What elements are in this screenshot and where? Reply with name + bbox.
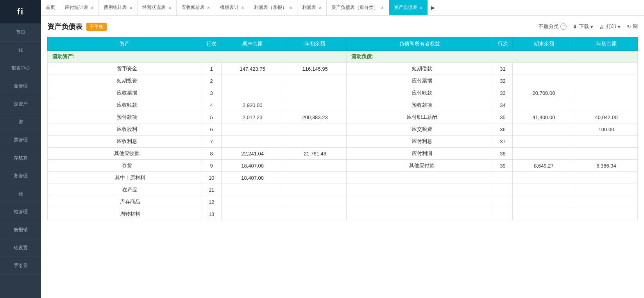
cell-left-rownum: 6 [202, 123, 221, 136]
cell-right-beg [575, 136, 638, 148]
cell-right-label: 预收款项 [346, 99, 493, 111]
sidebar-item-home[interactable]: 首页 [0, 23, 41, 41]
sidebar-item-fixed-assets[interactable]: 定资产 [0, 95, 41, 113]
tab-close-profit[interactable]: × [318, 5, 322, 11]
cell-left-label: 库存商品 [48, 196, 202, 208]
refresh-icon: ↻ [627, 24, 631, 30]
cell-right-label: 应付利润 [346, 148, 493, 160]
cell-left-label: 其中：原材料 [48, 172, 202, 184]
cell-left-label: 其他应收款 [48, 148, 202, 160]
section-right-current-liabilities: 流动负债: [346, 51, 637, 63]
cell-left-beg [284, 196, 346, 208]
cell-right-end: 41,400.00 [513, 111, 575, 123]
tab-profit-quarterly[interactable]: 利润表（季报） × [249, 0, 297, 16]
header-actions: 不重分类 ? ⬇ 下载 ▾ 🖨 打印 ▾ ↻ 刷 [538, 23, 638, 30]
cell-right-label: 其他应付款 [346, 160, 493, 172]
cell-left-beg: 200,383.23 [284, 111, 346, 123]
tab-close-profit-quarterly[interactable]: × [289, 5, 292, 11]
section-left-current-assets: 流动资产: [48, 51, 347, 63]
th-beg-balance-left: 年初余额 [284, 37, 346, 51]
tab-close-balance[interactable]: × [420, 5, 423, 11]
sidebar-item-asset[interactable]: 资 [0, 113, 41, 131]
cell-left-beg [284, 87, 346, 99]
sidebar-item-task-management[interactable]: 务管理 [0, 167, 41, 185]
cell-right-rownum: 33 [493, 87, 513, 99]
sidebar-item-guide[interactable]: 手引导 [0, 257, 41, 275]
tab-receivable-aging[interactable]: 应收账龄表 × [177, 0, 215, 16]
table-row: 短期投资 2 应付票据 32 [48, 75, 638, 87]
tab-profit[interactable]: 利润表 × [297, 0, 327, 16]
cell-right-end [513, 208, 575, 220]
cell-left-beg: 116,145.95 [284, 63, 346, 75]
cell-right-beg [575, 63, 638, 75]
sidebar-item-fund-management[interactable]: 金管理 [0, 77, 41, 95]
table-row: 周转材料 13 [48, 208, 638, 220]
cell-right-label [346, 184, 493, 196]
tab-balance-reclassified[interactable]: 资产负债表（重分类） × [327, 0, 389, 16]
cell-left-rownum: 8 [202, 148, 221, 160]
download-action[interactable]: ⬇ 下载 ▾ [573, 23, 593, 30]
cell-right-beg [575, 148, 638, 160]
cell-left-rownum: 2 [202, 75, 221, 87]
cell-left-rownum: 9 [202, 160, 221, 172]
tab-close-expense-stats[interactable]: × [129, 5, 132, 11]
tab-expense-stats[interactable]: 费用统计表 × [99, 0, 138, 16]
tab-balance[interactable]: 资产负债表 × [389, 0, 428, 16]
cell-left-beg [284, 184, 346, 196]
sidebar-logo: fi [0, 0, 41, 23]
sidebar-item-report-center[interactable]: 报表中心 [0, 59, 41, 77]
sidebar-item-expense[interactable]: 畅报销 [0, 221, 41, 239]
cell-left-end: 2,920.00 [221, 99, 284, 111]
cell-right-label: 应交税费 [346, 123, 493, 136]
sidebar-item-basic-settings[interactable]: 础设置 [0, 239, 41, 257]
cell-left-rownum: 12 [202, 196, 221, 208]
download-chevron-icon: ▾ [590, 24, 593, 30]
cell-left-rownum: 11 [202, 184, 221, 196]
cell-right-label: 应付票据 [346, 75, 493, 87]
cell-right-rownum [493, 172, 513, 184]
refresh-action[interactable]: ↻ 刷 [627, 23, 638, 30]
th-row-num-right: 行次 [493, 37, 513, 51]
cell-left-rownum: 10 [202, 172, 221, 184]
main: 首页 应付统计表 × 费用统计表 × 经营状况表 × 应收账龄表 × 模版设计 … [41, 0, 644, 298]
print-action[interactable]: 🖨 打印 ▾ [599, 23, 621, 30]
cell-left-beg [284, 160, 346, 172]
tab-close-receivable-aging[interactable]: × [207, 5, 210, 11]
page-header: 资产负债表 不平衡 不重分类 ? ⬇ 下载 ▾ 🖨 打印 ▾ [47, 22, 638, 31]
cell-left-label: 应收利息 [48, 136, 202, 148]
sidebar-item-inventory[interactable]: 存核算 [0, 149, 41, 167]
cell-right-beg [575, 87, 638, 99]
no-reclassify-action[interactable]: 不重分类 ? [538, 23, 567, 30]
tab-close-payable-stats[interactable]: × [91, 5, 94, 11]
cell-right-end: 20,700.00 [513, 87, 575, 99]
cell-right-rownum: 35 [493, 111, 513, 123]
help-icon: ? [560, 23, 567, 30]
cell-right-label [346, 208, 493, 220]
table-row: 应收利息 7 应付利息 37 [48, 136, 638, 148]
sidebar-item-bill-management[interactable]: 票管理 [0, 131, 41, 149]
tab-home[interactable]: 首页 [41, 0, 60, 16]
cell-left-end: 147,423.75 [221, 63, 284, 75]
cell-right-beg: 6,366.34 [575, 160, 638, 172]
tab-operation[interactable]: 经营状况表 × [138, 0, 176, 16]
cell-left-rownum: 13 [202, 208, 221, 220]
sidebar-item-file-management[interactable]: 档管理 [0, 203, 41, 221]
sidebar-item-account[interactable]: 账 [0, 41, 41, 59]
table-row: 应收账款 4 2,920.00 预收款项 34 [48, 99, 638, 111]
cell-right-label: 应付账款 [346, 87, 493, 99]
cell-left-end [221, 208, 284, 220]
cell-right-beg: 40,042.00 [575, 111, 638, 123]
cell-left-beg [284, 99, 346, 111]
cell-left-rownum: 7 [202, 136, 221, 148]
cell-right-label [346, 172, 493, 184]
sidebar-item-ledger[interactable]: 账 [0, 185, 41, 203]
cell-right-label: 短期借款 [346, 63, 493, 75]
tab-close-balance-reclassified[interactable]: × [381, 5, 384, 11]
cell-left-label: 短期投资 [48, 75, 202, 87]
tab-scroll-right[interactable]: ▶ [428, 0, 438, 16]
tab-template-design[interactable]: 模版设计 × [215, 0, 249, 16]
tab-payable-stats[interactable]: 应付统计表 × [60, 0, 99, 16]
cell-right-label: 应付利息 [346, 136, 493, 148]
tab-close-template-design[interactable]: × [241, 5, 244, 11]
tab-close-operation[interactable]: × [168, 5, 171, 11]
